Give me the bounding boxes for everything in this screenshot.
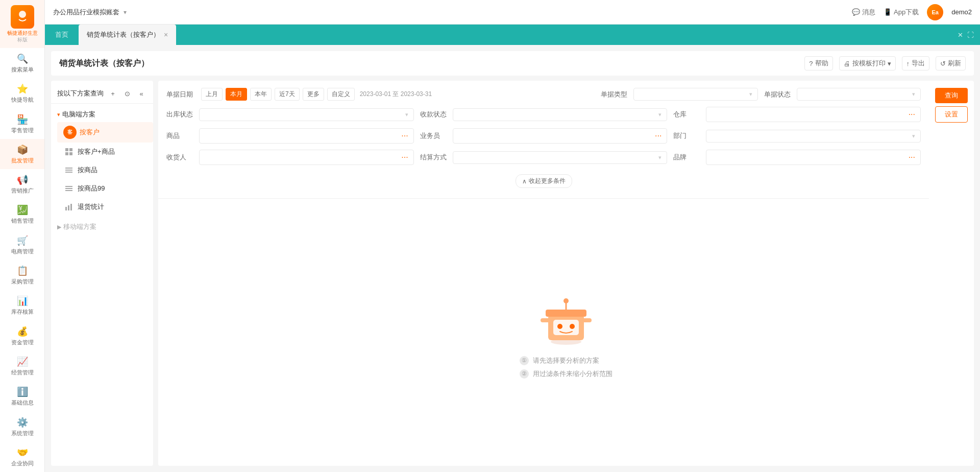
svg-rect-4 <box>69 152 72 155</box>
sidebar-item-wholesale[interactable]: 📦 批发管理 <box>0 139 44 169</box>
header-breadcrumb: 办公用品行业模拟账套 <box>53 8 119 17</box>
sidebar-item-inventory[interactable]: 📊 库存核算 <box>0 290 44 320</box>
last7-btn[interactable]: 近7天 <box>275 88 300 101</box>
filter-row-4: 收货人 ··· 结算方式 <box>166 150 921 165</box>
query-button[interactable]: 查询 <box>935 88 968 103</box>
sidebar-item-basic[interactable]: ℹ️ 基础信息 <box>0 381 44 411</box>
user-name[interactable]: demo2 <box>951 8 972 16</box>
message-icon: 💬 <box>852 8 860 16</box>
this-month-btn[interactable]: 本月 <box>226 88 247 101</box>
svg-rect-12 <box>68 205 69 210</box>
scheme-collapse-icon[interactable]: « <box>136 88 147 99</box>
user-avatar[interactable]: Ea <box>927 4 943 20</box>
scheme-panel-icons: + ⊙ « <box>107 88 147 99</box>
scheme-panel-title: 按以下方案查询 <box>57 89 104 98</box>
scheme-item-return-stats[interactable]: 退货统计 <box>57 198 153 216</box>
settlement-select[interactable]: ▾ <box>453 151 668 164</box>
scheme-item-by-goods99[interactable]: 按商品99 <box>57 179 153 198</box>
scheme-item-by-customer[interactable]: 客 按客户 <box>57 122 153 143</box>
more-date-btn[interactable]: 更多 <box>303 88 324 101</box>
scheme-add-icon[interactable]: + <box>107 88 118 99</box>
sidebar-item-purchase[interactable]: 📋 采购管理 <box>0 260 44 290</box>
svg-rect-7 <box>65 172 72 173</box>
sidebar-item-enterprise[interactable]: 🤝 企业协同 <box>0 442 44 472</box>
system-icon: ⚙️ <box>17 417 28 428</box>
scheme-item-label: 退货统计 <box>78 202 104 211</box>
sidebar-item-label: 资金管理 <box>11 339 34 346</box>
salesperson-dots-icon: ··· <box>655 131 662 140</box>
sidebar-item-search[interactable]: 🔍 搜索菜单 <box>0 48 44 78</box>
settings-button[interactable]: 设置 <box>935 106 968 123</box>
out-status-select[interactable]: ▾ <box>199 108 414 121</box>
close-window-icon[interactable]: ✕ <box>958 31 963 39</box>
custom-btn[interactable]: 自定义 <box>327 88 355 101</box>
logo-icon <box>11 5 34 29</box>
tip-num-1: ① <box>520 356 529 365</box>
filter-section: 单据日期 上月 本月 本年 近7天 更多 自定义 2023-03-01 至 20… <box>158 81 929 199</box>
brand-select[interactable]: ··· <box>706 150 921 165</box>
enterprise-icon: 🤝 <box>17 447 28 458</box>
scheme-edit-icon[interactable]: ⊙ <box>121 88 133 99</box>
help-icon: ? <box>809 60 813 67</box>
export-icon: ↑ <box>906 60 910 67</box>
salesperson-select[interactable]: ··· <box>453 128 668 144</box>
data-panel: 单据日期 上月 本月 本年 近7天 更多 自定义 2023-03-01 至 20… <box>158 81 974 466</box>
sidebar-item-finance[interactable]: 💰 资金管理 <box>0 321 44 351</box>
last-month-btn[interactable]: 上月 <box>201 88 223 101</box>
filter-row-3: 商品 ··· 业务员 <box>166 128 921 144</box>
department-select[interactable]: ▾ <box>706 130 921 143</box>
wholesale-icon: 📦 <box>17 144 28 155</box>
sidebar-item-label: 电商管理 <box>11 248 34 255</box>
tab-active[interactable]: 销货单统计表（按客户） × <box>79 25 176 45</box>
message-button[interactable]: 💬 消息 <box>852 8 875 17</box>
payment-status-col: 收款状态 ▾ <box>420 108 668 121</box>
dropdown-icon[interactable]: ▾ <box>124 9 127 16</box>
scheme-item-by-customer-goods[interactable]: 按客户+商品 <box>57 143 153 161</box>
this-year-btn[interactable]: 本年 <box>250 88 272 101</box>
tab-bar: 首页 销货单统计表（按客户） × ✕ ⛶ <box>45 25 980 45</box>
order-type-label: 单据类型 <box>601 90 629 99</box>
sidebar-item-label: 库存核算 <box>11 308 34 315</box>
receiver-select[interactable]: ··· <box>199 150 414 165</box>
sidebar-item-label: 搜索菜单 <box>11 66 34 73</box>
goods-col: 商品 ··· <box>166 128 414 144</box>
logo-area: 畅捷通好生意 标版 <box>0 0 44 48</box>
scheme-group-mobile-header[interactable]: ▶ 移动端方案 <box>51 219 153 234</box>
scheme-item-by-goods[interactable]: 按商品 <box>57 161 153 179</box>
help-button[interactable]: ? 帮助 <box>804 56 832 70</box>
sidebar-item-marketing[interactable]: 📢 营销推广 <box>0 169 44 199</box>
svg-point-0 <box>19 11 26 18</box>
sidebar-item-operations[interactable]: 📈 经营管理 <box>0 351 44 381</box>
export-button[interactable]: ↑ 导出 <box>902 56 930 70</box>
print-button[interactable]: 🖨 按模板打印 ▾ <box>839 56 896 70</box>
collapse-button[interactable]: ∧ 收起更多条件 <box>516 174 572 188</box>
sidebar-item-ecommerce[interactable]: 🛒 电商管理 <box>0 230 44 260</box>
warehouse-select[interactable]: ··· <box>706 107 921 122</box>
sidebar-item-quick-nav[interactable]: ⭐ 快捷导航 <box>0 78 44 108</box>
goods-select[interactable]: ··· <box>199 128 414 144</box>
tab-home[interactable]: 首页 <box>45 25 79 45</box>
scheme-group-pc-header[interactable]: ▾ 电脑端方案 <box>51 107 153 122</box>
sidebar-item-system[interactable]: ⚙️ 系统管理 <box>0 412 44 442</box>
svg-point-19 <box>570 324 575 329</box>
svg-rect-6 <box>65 170 72 171</box>
order-type-select[interactable]: ▾ <box>633 88 757 101</box>
sidebar-item-retail[interactable]: 🏪 零售管理 <box>0 109 44 139</box>
svg-rect-1 <box>65 148 68 151</box>
maximize-icon[interactable]: ⛶ <box>967 31 974 39</box>
empty-state: ① 请先选择要分析的方案 ② 用过滤条件来缩小分析范围 <box>158 199 974 466</box>
retail-icon: 🏪 <box>17 114 28 125</box>
print-icon: 🖨 <box>844 60 850 67</box>
refresh-button[interactable]: ↺ 刷新 <box>936 56 966 70</box>
brand-dots-icon: ··· <box>909 153 915 162</box>
tab-close-icon[interactable]: × <box>164 31 168 39</box>
payment-status-select[interactable]: ▾ <box>453 108 668 121</box>
sidebar-item-sales[interactable]: 💹 销售管理 <box>0 199 44 229</box>
order-status-select[interactable]: ▾ <box>797 88 921 101</box>
salesperson-col: 业务员 ··· <box>420 128 668 144</box>
dropdown-arrow-icon: ▾ <box>658 154 662 161</box>
dropdown-arrow-icon: ▾ <box>912 91 915 98</box>
app-download-button[interactable]: 📱 App下载 <box>884 8 919 17</box>
tip-text-2: 用过滤条件来缩小分析范围 <box>533 369 612 379</box>
out-status-label: 出库状态 <box>166 110 195 119</box>
